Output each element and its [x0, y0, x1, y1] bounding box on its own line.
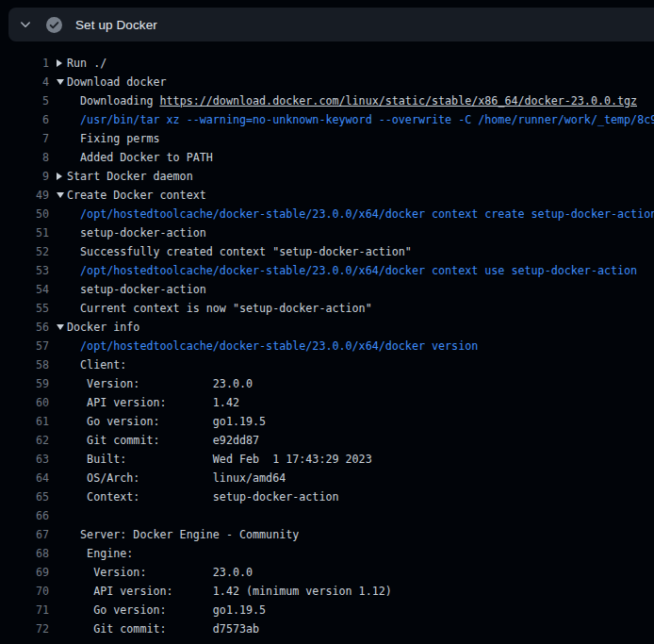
- log-line: 70 API version: 1.42 (minimum version 1.…: [0, 582, 654, 601]
- log-line: 64 OS/Arch: linux/amd64: [0, 469, 654, 487]
- line-number[interactable]: 53: [8, 264, 49, 277]
- log-line: 51 setup-docker-action: [0, 223, 654, 242]
- line-number[interactable]: 4: [8, 75, 49, 89]
- log-text: Engine:: [67, 547, 133, 560]
- line-number[interactable]: 61: [8, 415, 49, 428]
- caret-icon: [57, 192, 67, 198]
- log-line: 68 Engine:: [0, 544, 654, 563]
- line-number[interactable]: 69: [8, 566, 49, 579]
- log-line: 7 Fixing perms: [0, 129, 654, 148]
- line-number[interactable]: 70: [8, 585, 49, 598]
- line-number[interactable]: 50: [8, 207, 49, 221]
- log-text: OS/Arch: linux/amd64: [67, 471, 286, 485]
- log-link[interactable]: https://download.docker.com/linux/static…: [160, 94, 638, 107]
- log-text: Added Docker to PATH: [67, 151, 213, 164]
- log-line: 65 Context: setup-docker-action: [0, 487, 654, 506]
- line-number[interactable]: 66: [8, 509, 49, 522]
- log-text: Go version: go1.19.5: [67, 415, 266, 428]
- log-text: Successfully created context "setup-dock…: [67, 245, 412, 258]
- caret-icon: [57, 324, 67, 330]
- line-number[interactable]: 9: [8, 170, 49, 183]
- log-text: Git commit: d7573ab: [67, 622, 259, 636]
- chevron-down-icon[interactable]: [19, 18, 32, 31]
- log-line: 54 setup-docker-action: [0, 280, 654, 299]
- log-line: 58 Client:: [0, 355, 654, 374]
- log-text: Fixing perms: [67, 132, 160, 145]
- line-number[interactable]: 52: [8, 245, 49, 258]
- log-line: 52 Successfully created context "setup-d…: [0, 242, 654, 261]
- log-line: 55 Current context is now "setup-docker-…: [0, 299, 654, 318]
- log-line: 5 Downloading https://download.docker.co…: [0, 91, 654, 110]
- log-group-header[interactable]: 9 Start Docker daemon: [0, 167, 654, 186]
- log-line: 71 Go version: go1.19.5: [0, 601, 654, 619]
- log-text: API version: 1.42: [67, 396, 239, 409]
- log-line: 57 /opt/hostedtoolcache/docker-stable/23…: [0, 337, 654, 355]
- line-number[interactable]: 65: [8, 490, 49, 504]
- line-number[interactable]: 1: [8, 57, 49, 70]
- log-text: Version: 23.0.0: [67, 566, 253, 579]
- caret-icon: [57, 173, 67, 180]
- log-text: /opt/hostedtoolcache/docker-stable/23.0.…: [67, 339, 478, 353]
- log-text: /usr/bin/tar xz --warning=no-unknown-key…: [67, 113, 654, 126]
- line-number[interactable]: 57: [8, 339, 49, 353]
- step-title: Set up Docker: [75, 18, 157, 32]
- log-group-header[interactable]: 49 Create Docker context: [0, 186, 654, 205]
- log-line: 61 Go version: go1.19.5: [0, 412, 654, 431]
- log-text: /opt/hostedtoolcache/docker-stable/23.0.…: [67, 207, 654, 221]
- log-text: Download docker: [67, 75, 167, 89]
- log-group-header[interactable]: 4 Download docker: [0, 73, 654, 91]
- log-line: 50 /opt/hostedtoolcache/docker-stable/23…: [0, 205, 654, 223]
- line-number[interactable]: 72: [8, 622, 49, 636]
- line-number[interactable]: 8: [8, 151, 49, 164]
- log-text: Context: setup-docker-action: [67, 490, 339, 504]
- line-number[interactable]: 71: [8, 603, 49, 617]
- log-line: 8 Added Docker to PATH: [0, 148, 654, 167]
- log-text: setup-docker-action: [67, 226, 206, 239]
- line-number[interactable]: 6: [8, 113, 49, 126]
- log-group-header[interactable]: 1 Run ./: [0, 54, 654, 73]
- line-number[interactable]: 67: [8, 528, 49, 541]
- log-text: Git commit: e92dd87: [67, 434, 259, 447]
- line-number[interactable]: 49: [8, 189, 49, 202]
- log-line: 72 Git commit: d7573ab: [0, 619, 654, 638]
- line-number[interactable]: 64: [8, 471, 49, 485]
- line-number[interactable]: 62: [8, 434, 49, 447]
- step-header-set-up-docker[interactable]: Set up Docker: [8, 8, 654, 41]
- line-number[interactable]: 54: [8, 283, 49, 296]
- log-line: 53 /opt/hostedtoolcache/docker-stable/23…: [0, 261, 654, 280]
- log-text: Run ./: [67, 57, 106, 70]
- log-text: /opt/hostedtoolcache/docker-stable/23.0.…: [67, 264, 637, 277]
- line-number[interactable]: 68: [8, 547, 49, 560]
- log-text: Server: Docker Engine - Community: [67, 528, 299, 541]
- log-text: setup-docker-action: [67, 283, 206, 296]
- log-text: Version: 23.0.0: [67, 377, 253, 390]
- log-line: 59 Version: 23.0.0: [0, 374, 654, 393]
- line-number[interactable]: 60: [8, 396, 49, 409]
- line-number[interactable]: 63: [8, 453, 49, 466]
- log-text: Start Docker daemon: [67, 170, 193, 183]
- log-text: Docker info: [67, 321, 139, 334]
- log-group-header[interactable]: 56 Docker info: [0, 318, 654, 337]
- caret-icon: [57, 79, 67, 85]
- line-number[interactable]: 58: [8, 358, 49, 372]
- log-text: Create Docker context: [67, 189, 206, 202]
- log-line: 62 Git commit: e92dd87: [0, 431, 654, 450]
- log-text: API version: 1.42 (minimum version 1.12): [67, 585, 392, 598]
- line-number[interactable]: 7: [8, 132, 49, 145]
- log-text: Downloading https://download.docker.com/…: [67, 94, 637, 107]
- line-number[interactable]: 5: [8, 94, 49, 107]
- line-number[interactable]: 56: [8, 321, 49, 334]
- check-circle-icon: [46, 17, 62, 33]
- line-number[interactable]: 59: [8, 377, 49, 390]
- log-line: 60 API version: 1.42: [0, 393, 654, 412]
- log-line: 69 Version: 23.0.0: [0, 563, 654, 582]
- line-number[interactable]: 51: [8, 226, 49, 239]
- log-text: Built: Wed Feb 1 17:43:29 2023: [67, 453, 372, 466]
- caret-icon: [57, 59, 67, 67]
- log-line: 67 Server: Docker Engine - Community: [0, 525, 654, 544]
- line-number[interactable]: 55: [8, 302, 49, 315]
- log-line: 6 /usr/bin/tar xz --warning=no-unknown-k…: [0, 110, 654, 129]
- log-text: Go version: go1.19.5: [67, 603, 266, 617]
- log-text: Current context is now "setup-docker-act…: [67, 302, 372, 315]
- log-container: 1 Run ./ 4 Download docker 5 Downloading…: [0, 41, 654, 638]
